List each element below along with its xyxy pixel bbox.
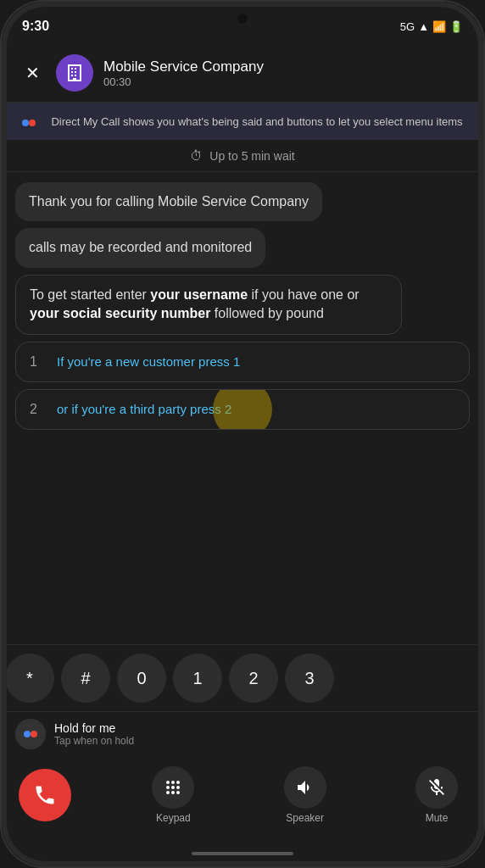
dial-key-star[interactable]: * — [5, 654, 54, 703]
messages-area: Thank you for calling Mobile Service Com… — [2, 172, 483, 644]
speaker-icon-wrap — [284, 766, 326, 809]
hold-title: Hold for me — [54, 721, 134, 735]
speaker-button[interactable]: Speaker — [276, 766, 335, 824]
wifi-icon: 📶 — [432, 20, 446, 33]
signal-bars-icon: ▲ — [418, 20, 429, 33]
svg-point-0 — [22, 120, 29, 126]
keypad-icon-wrap — [152, 766, 194, 809]
keypad-label: Keypad — [156, 812, 191, 824]
mute-icon-wrap — [415, 766, 458, 809]
mute-icon — [426, 777, 447, 798]
dial-key-1[interactable]: 1 — [173, 654, 222, 703]
end-call-button[interactable] — [19, 769, 71, 821]
phone-frame: 9:30 5G ▲ 📶 🔋 ✕ Mobile Service Company 0… — [0, 0, 485, 868]
assistant-hold-icon — [20, 724, 41, 744]
hold-icon — [15, 719, 46, 749]
dialpad-row: * # 0 1 2 3 — [2, 644, 483, 711]
message-text-3: To get started enter your username if yo… — [30, 287, 360, 320]
dial-key-2[interactable]: 2 — [229, 654, 278, 703]
svg-point-12 — [176, 791, 180, 794]
svg-point-7 — [166, 786, 170, 789]
svg-point-8 — [171, 786, 175, 789]
keypad-button[interactable]: Keypad — [143, 766, 203, 824]
wait-text: Up to 5 min wait — [209, 149, 294, 163]
home-bar — [192, 852, 293, 855]
call-header: ✕ Mobile Service Company 00:30 — [2, 44, 483, 103]
svg-point-10 — [166, 791, 170, 794]
home-indicator — [2, 841, 483, 866]
close-button[interactable]: ✕ — [19, 59, 46, 86]
option-button-1[interactable]: 1 If you're a new customer press 1 — [15, 342, 470, 382]
hold-info: Hold for me Tap when on hold — [54, 721, 134, 747]
keypad-icon — [163, 777, 183, 798]
option-1-text: If you're a new customer press 1 — [57, 354, 240, 369]
svg-point-3 — [31, 731, 37, 737]
speaker-label: Speaker — [286, 812, 324, 824]
clock-icon: ⏱ — [190, 148, 203, 163]
camera-notch — [237, 14, 248, 24]
call-controls: Keypad Speaker Mute — [2, 756, 483, 841]
company-name: Mobile Service Company — [103, 58, 466, 75]
google-assistant-icon — [19, 111, 39, 131]
message-text-1: Thank you for calling Mobile Service Com… — [29, 194, 309, 209]
svg-point-9 — [176, 786, 180, 789]
hold-subtitle: Tap when on hold — [54, 735, 134, 747]
direct-my-call-banner: Direct My Call shows you what's being sa… — [2, 103, 483, 140]
svg-point-6 — [176, 781, 180, 784]
hold-bar[interactable]: Hold for me Tap when on hold — [2, 711, 483, 756]
dial-key-hash[interactable]: # — [61, 654, 110, 703]
option-2-number: 2 — [30, 402, 47, 417]
speaker-icon — [295, 777, 315, 798]
option-1-number: 1 — [30, 354, 47, 370]
signal-label: 5G — [400, 20, 415, 33]
svg-point-1 — [29, 120, 36, 126]
message-bubble-3: To get started enter your username if yo… — [15, 275, 402, 335]
mute-button[interactable]: Mute — [407, 766, 466, 824]
mute-label: Mute — [426, 812, 449, 824]
svg-point-2 — [24, 731, 31, 737]
message-text-2: calls may be recorded and monitored — [29, 240, 252, 254]
svg-point-5 — [171, 781, 175, 784]
option-2-text: or if you're a third party press 2 — [57, 402, 231, 416]
message-bubble-2: calls may be recorded and monitored — [15, 228, 265, 267]
banner-text: Direct My Call shows you what's being sa… — [47, 115, 466, 128]
call-info: Mobile Service Company 00:30 — [103, 58, 466, 88]
svg-point-4 — [166, 781, 170, 784]
battery-icon: 🔋 — [449, 20, 463, 33]
dial-key-3[interactable]: 3 — [285, 654, 334, 703]
message-bubble-1: Thank you for calling Mobile Service Com… — [15, 182, 322, 221]
wait-indicator: ⏱ Up to 5 min wait — [2, 140, 483, 172]
dial-key-0[interactable]: 0 — [117, 654, 166, 703]
status-icons: 5G ▲ 📶 🔋 — [400, 20, 463, 33]
option-button-2[interactable]: 2 or if you're a third party press 2 — [15, 389, 470, 430]
call-timer: 00:30 — [103, 75, 466, 88]
svg-point-11 — [171, 791, 175, 794]
company-icon — [56, 54, 93, 92]
status-time: 9:30 — [22, 19, 49, 34]
end-call-icon — [33, 783, 57, 807]
building-icon — [64, 63, 85, 83]
